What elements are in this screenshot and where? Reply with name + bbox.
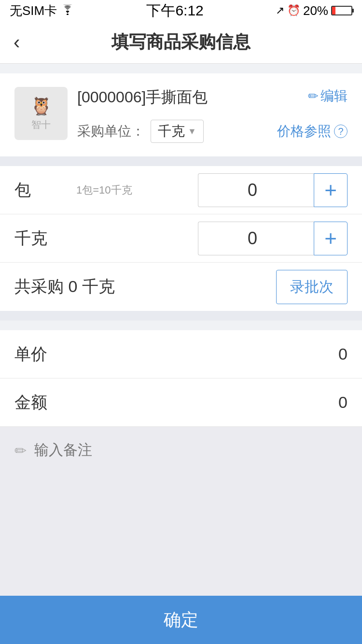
unit-select[interactable]: 千克 ▼	[151, 120, 204, 143]
section-divider-2	[0, 311, 362, 321]
edit-icon: ✏	[308, 89, 319, 104]
amount-value: 0	[338, 393, 348, 412]
dropdown-arrow-icon: ▼	[188, 126, 196, 137]
unit-price-label: 单价	[14, 343, 338, 365]
nav-bar: ‹ 填写商品采购信息	[0, 21, 362, 64]
status-bar-left: 无SIM卡	[10, 2, 74, 19]
note-input[interactable]	[34, 440, 348, 539]
price-section: 单价 0 金额 0	[0, 330, 362, 427]
product-name: [0000006]手撕面包	[77, 87, 308, 108]
battery-percent: 20%	[303, 3, 328, 18]
confirm-button-label: 确定	[164, 608, 198, 632]
page-title: 填写商品采购信息	[111, 30, 251, 54]
back-button[interactable]: ‹	[14, 31, 20, 53]
battery-icon	[331, 6, 352, 15]
alarm-icon: ⏰	[287, 4, 300, 17]
location-icon: ↗	[276, 4, 284, 17]
bag-label: 包	[14, 179, 72, 201]
price-ref-label: 价格参照	[277, 122, 331, 140]
edit-label: 编辑	[320, 87, 348, 105]
product-logo-owl: 🦉	[30, 96, 52, 116]
product-info: [0000006]手撕面包 ✏ 编辑 采购单位： 千克 ▼ 价格参照 ?	[77, 87, 348, 143]
bag-sublabel: 1包=10千克	[76, 183, 132, 197]
edit-button[interactable]: ✏ 编辑	[308, 87, 348, 105]
pencil-icon: ✏	[14, 442, 27, 459]
total-amount: 0	[68, 277, 77, 295]
total-label: 共采购 0 千克	[14, 276, 276, 298]
bag-input-row: 包 1包=10千克 +	[0, 166, 362, 214]
quantity-section: 包 1包=10千克 + 千克 +	[0, 166, 362, 263]
wifi-icon	[61, 3, 74, 18]
bag-plus-button[interactable]: +	[314, 173, 348, 207]
bag-quantity-input[interactable]	[198, 173, 314, 207]
product-card: 🦉 智十 [0000006]手撕面包 ✏ 编辑 采购单位： 千克 ▼ 价格参照	[0, 73, 362, 156]
note-section: ✏	[0, 427, 362, 610]
batch-button[interactable]: 录批次	[276, 270, 348, 304]
product-logo-text: 智十	[31, 118, 51, 131]
status-bar-right: ↗ ⏰ 20%	[276, 3, 352, 18]
kg-plus-button[interactable]: +	[314, 222, 348, 255]
price-ref-button[interactable]: 价格参照 ?	[277, 122, 348, 140]
product-image: 🦉 智十	[14, 87, 68, 140]
kg-label: 千克	[14, 227, 72, 250]
amount-label: 金额	[14, 392, 338, 414]
unit-price-row: 单价 0	[0, 330, 362, 378]
help-icon[interactable]: ?	[334, 125, 348, 138]
total-unit: 千克	[82, 277, 115, 295]
carrier-text: 无SIM卡	[10, 2, 57, 19]
kg-input-row: 千克 +	[0, 214, 362, 263]
unit-price-value: 0	[338, 345, 348, 364]
unit-value: 千克	[158, 122, 185, 140]
svg-point-0	[67, 14, 69, 15]
status-bar: 无SIM卡 下午6:12 ↗ ⏰ 20%	[0, 0, 362, 21]
status-bar-time: 下午6:12	[146, 1, 203, 21]
confirm-button[interactable]: 确定	[0, 596, 362, 644]
kg-quantity-input[interactable]	[198, 222, 314, 255]
total-row: 共采购 0 千克 录批次	[0, 263, 362, 311]
unit-label: 采购单位：	[77, 122, 145, 140]
amount-row: 金额 0	[0, 378, 362, 427]
section-divider-1	[0, 156, 362, 166]
